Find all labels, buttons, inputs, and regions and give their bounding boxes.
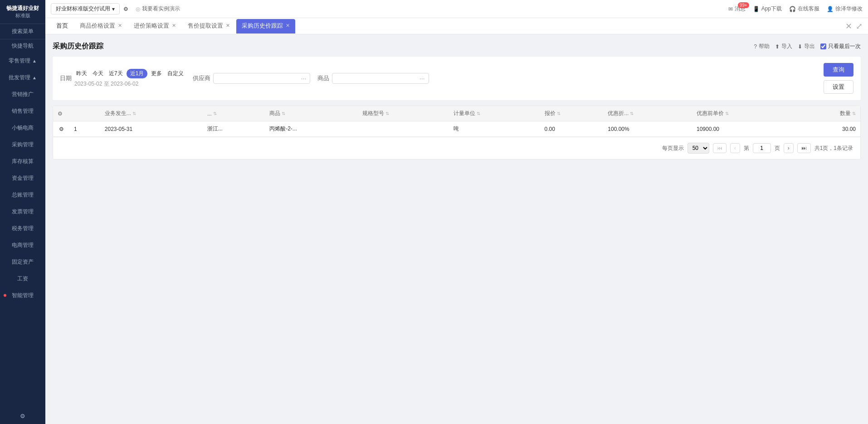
goods-more-icon[interactable]: ···: [419, 75, 425, 82]
next-page-button[interactable]: ›: [784, 143, 794, 153]
import-button[interactable]: ⬆ 导入: [775, 43, 792, 50]
help-button[interactable]: ? 帮助: [754, 43, 770, 50]
tab-controls: ✕ ⤢: [845, 21, 863, 31]
col-sort-goods[interactable]: 商品 ⇅: [269, 110, 285, 117]
row-extra: 浙江...: [203, 121, 265, 137]
app-download-button[interactable]: 📱 App下载: [753, 5, 782, 13]
message-icon: ✉: [728, 6, 733, 12]
col-sort-extra[interactable]: ... ⇅: [207, 111, 217, 117]
app-label: App下载: [761, 5, 782, 13]
col-unit-label: 计量单位: [454, 110, 475, 117]
col-unit: 计量单位 ⇅: [449, 106, 540, 121]
user-profile-button[interactable]: 👤 徐泽华修改: [827, 5, 863, 13]
sidebar-item-ecom-small[interactable]: 小畅电商: [0, 120, 45, 136]
tab-strategy[interactable]: 进价策略设置 ✕: [128, 19, 181, 34]
tab-close-icon[interactable]: ✕: [286, 23, 290, 29]
goods-label: 商品: [317, 74, 329, 82]
per-page-select[interactable]: 50: [688, 143, 709, 154]
tab-close-icon[interactable]: ✕: [226, 23, 230, 29]
message-button[interactable]: ✉ 消息 99+: [728, 5, 746, 13]
sidebar-item-sales[interactable]: 销售管理: [0, 103, 45, 120]
headset-icon: 🎧: [789, 6, 796, 12]
version-label: 好业财标准版交付试用: [56, 5, 110, 13]
table-header: ⚙ 业务发生... ⇅ ... ⇅: [53, 106, 860, 121]
col-sort-price[interactable]: 优惠前单价 ⇅: [697, 110, 729, 117]
tab-history[interactable]: 采购历史价跟踪 ✕: [236, 19, 295, 34]
date-buttons: 昨天 今天 近7天 近1月 更多 自定义: [74, 69, 185, 78]
tab-close-icon[interactable]: ✕: [172, 23, 176, 29]
tab-home[interactable]: 首页: [51, 19, 73, 34]
sidebar-settings-button[interactable]: ⚙: [0, 408, 45, 424]
sidebar-item-purchase[interactable]: 采购管理: [0, 136, 45, 153]
table-body: ⚙ 1 2023-05-31 浙江... 丙烯酸-2-... 吨 0.00 10…: [53, 121, 860, 137]
prev-page-button[interactable]: ‹: [730, 143, 740, 153]
last-page-button[interactable]: ⏭: [797, 143, 811, 153]
col-sort-discount[interactable]: 优惠折... ⇅: [608, 110, 634, 117]
version-selector[interactable]: 好业财标准版交付试用 ▾: [51, 3, 120, 14]
query-button[interactable]: 查询: [824, 63, 853, 77]
total-info: 共1页，1条记录: [814, 145, 853, 152]
sidebar-item-inventory[interactable]: 库存核算: [0, 153, 45, 170]
goods-input[interactable]: [336, 75, 418, 82]
sidebar-item-wholesale[interactable]: 批发管理 ▲: [0, 69, 45, 86]
data-table-wrap: ⚙ 业务发生... ⇅ ... ⇅: [53, 106, 861, 159]
date-btn-custom[interactable]: 自定义: [166, 69, 185, 78]
date-btn-more[interactable]: 更多: [149, 69, 164, 78]
sort-icon: ⇅: [132, 111, 136, 116]
page-suffix: 页: [775, 145, 780, 152]
supplier-filter: 供应商 ···: [193, 73, 310, 84]
main-area: 好业财标准版交付试用 ▾ ⚙ ◎ 我要看实例演示 ✉ 消息 99+ 📱 App下…: [45, 0, 868, 424]
sidebar-item-quicknav[interactable]: 快捷导航: [0, 39, 45, 53]
row-gear-icon[interactable]: ⚙: [53, 121, 69, 137]
date-filter-label: 日期: [60, 74, 72, 82]
data-table: ⚙ 业务发生... ⇅ ... ⇅: [53, 106, 860, 137]
col-sort-quote[interactable]: 报价 ⇅: [545, 110, 561, 117]
last-only-checkbox-label[interactable]: 只看最后一次: [820, 43, 861, 50]
sidebar-item-finance[interactable]: 资金管理: [0, 170, 45, 187]
supplier-input[interactable]: [217, 75, 299, 82]
last-only-checkbox[interactable]: [820, 43, 826, 49]
expand-icon[interactable]: ⤢: [856, 21, 863, 31]
setting-button[interactable]: 设置: [824, 80, 853, 94]
date-btn-yesterday[interactable]: 昨天: [74, 69, 89, 78]
col-extra-label: ...: [207, 111, 212, 117]
sidebar-item-ledger[interactable]: 总账管理: [0, 187, 45, 203]
service-button[interactable]: 🎧 在线客服: [789, 5, 819, 13]
sidebar-item-salary[interactable]: 工资: [0, 270, 45, 287]
sort-icon: ⇅: [557, 111, 561, 116]
tab-price[interactable]: 商品价格设置 ✕: [74, 19, 127, 34]
sidebar-item-ecom[interactable]: 电商管理: [0, 237, 45, 254]
goods-filter: 商品 ···: [317, 73, 429, 84]
col-sort-qty[interactable]: 数量 ⇅: [840, 110, 856, 117]
sidebar-item-smart[interactable]: 智能管理: [0, 287, 45, 304]
date-btn-7days[interactable]: 近7天: [107, 69, 125, 78]
service-label: 在线客服: [798, 5, 819, 13]
chevron-down-icon: ▾: [112, 6, 115, 12]
row-price: 10900.00: [692, 121, 797, 137]
first-page-button[interactable]: ⏮: [713, 143, 727, 153]
export-label: 导出: [804, 43, 815, 50]
sidebar-item-label: 库存核算: [12, 158, 34, 165]
demo-button[interactable]: ◎ 我要看实例演示: [136, 5, 180, 13]
col-sort-date[interactable]: 业务发生... ⇅: [105, 110, 136, 117]
date-btn-1month[interactable]: 近1月: [127, 69, 148, 78]
page-actions: ? 帮助 ⬆ 导入 ⬇ 导出 只看最后一次: [754, 43, 861, 50]
supplier-more-icon[interactable]: ···: [301, 75, 306, 82]
col-sort-spec[interactable]: 规格型号 ⇅: [362, 110, 389, 117]
sidebar-item-invoice[interactable]: 发票管理: [0, 203, 45, 220]
date-btn-today[interactable]: 今天: [91, 69, 105, 78]
export-button[interactable]: ⬇ 导出: [798, 43, 815, 50]
sidebar-item-marketing[interactable]: 营销推广: [0, 86, 45, 103]
col-sort-unit[interactable]: 计量单位 ⇅: [454, 110, 480, 117]
column-settings-icon[interactable]: ⚙: [58, 111, 63, 117]
sidebar-item-assets[interactable]: 固定资产: [0, 254, 45, 270]
sidebar-item-retail[interactable]: 零售管理 ▲: [0, 53, 45, 69]
tab-sale[interactable]: 售价提取设置 ✕: [182, 19, 235, 34]
sidebar-item-label: 采购管理: [12, 141, 34, 149]
sidebar-item-search[interactable]: 搜索菜单: [0, 24, 45, 39]
page-input[interactable]: [753, 143, 771, 153]
sidebar-item-tax[interactable]: 税务管理: [0, 220, 45, 237]
close-tab-icon[interactable]: ✕: [845, 21, 852, 31]
tab-close-icon[interactable]: ✕: [118, 23, 122, 29]
settings-icon-btn[interactable]: ⚙: [123, 6, 128, 12]
